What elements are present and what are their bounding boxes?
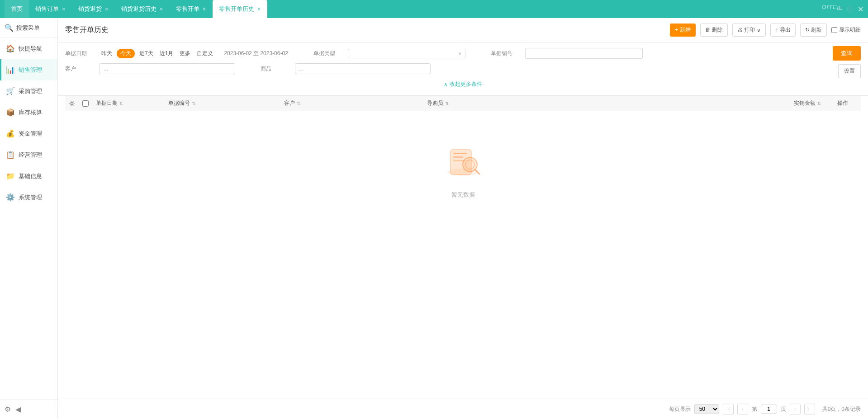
collapse-filter-button[interactable]: ∧ 收起更多条件 [65,79,861,90]
folder-icon: 📁 [6,172,15,180]
filter-row-2: 客户 ... 商品 ... [65,63,861,74]
customer-select[interactable]: ... [100,63,235,74]
customer-label: 客户 [65,65,92,73]
pagination-bar: 每页显示 50 10 20 100 《 ‹ 第 页 › 》 共0页，0条记录 [58,399,868,419]
display-detail-checkbox[interactable] [831,27,837,33]
date-shortcut-today[interactable]: 今天 [117,49,135,58]
query-button[interactable]: 查询 [833,46,861,61]
col-amount-sort-icon: ⇅ [817,101,821,106]
goods-select[interactable]: ... [295,63,431,74]
maximize-button[interactable]: □ [848,5,852,13]
main-layout: 🔍 搜索采单 🏠 快捷导航 📊 销售管理 🛒 采购管理 📦 库存核算 💰 资金管… [0,18,868,419]
tab-retail-open-history-close[interactable]: ✕ [257,6,261,12]
filter-row-1: 单据日期 昨天 今天 近7天 近1月 更多 自定义 2023-06-02 至 2… [65,48,861,59]
per-page-select[interactable]: 50 10 20 100 [694,404,719,414]
sidebar-item-purchase-label: 采购管理 [19,87,42,95]
refresh-button[interactable]: ↻ 刷新 [800,24,827,37]
sidebar-item-inventory[interactable]: 📦 库存核算 [0,102,57,123]
tab-retail-open-history[interactable]: 零售开单历史 ✕ [213,0,267,18]
header-checkbox[interactable] [82,100,89,107]
date-shortcut-1month[interactable]: 近1月 [158,49,175,58]
empty-state: 暂无数据 [65,111,861,226]
tab-sales-return-history[interactable]: 销货退货历史 ✕ [115,0,170,18]
window-controls: ─ □ ✕ [837,5,863,14]
tab-sales-return[interactable]: 销货退货 ✕ [72,0,115,18]
last-page-button[interactable]: 》 [804,404,815,414]
first-page-button[interactable]: 《 [723,404,734,414]
doc-no-input[interactable] [525,48,643,59]
tab-sales-order-close[interactable]: ✕ [62,6,66,12]
delete-button[interactable]: 🗑 删除 [700,24,728,37]
filter-section: 单据日期 昨天 今天 近7天 近1月 更多 自定义 2023-06-02 至 2… [58,42,868,96]
col-header-date[interactable]: 单据日期 ⇅ [92,99,165,107]
sidebar-item-operations-label: 经营管理 [19,151,42,159]
col-guide-label: 导购员 [427,99,443,107]
tab-sales-return-history-close[interactable]: ✕ [159,6,163,12]
col-customer-sort-icon: ⇅ [297,101,300,106]
date-shortcut-more[interactable]: 更多 [178,49,192,58]
minimize-button[interactable]: ─ [837,5,842,13]
select-all-checkbox[interactable] [79,100,92,107]
date-shortcuts: 昨天 今天 近7天 近1月 更多 自定义 [100,49,215,58]
sidebar-item-operations[interactable]: 📋 经营管理 [0,144,57,165]
date-shortcut-custom[interactable]: 自定义 [195,49,215,58]
export-button[interactable]: ↑ 导出 [770,24,795,37]
tab-retail-open-close[interactable]: ✕ [202,6,206,12]
col-header-guide[interactable]: 导购员 ⇅ [423,99,512,107]
tab-sales-return-close[interactable]: ✕ [104,6,109,12]
tab-home-label: 首页 [11,5,23,13]
settings-button[interactable]: 设置 [838,64,861,78]
tab-sales-return-label: 销货退货 [78,5,102,13]
settings-icon[interactable]: ⚙ [5,405,11,414]
content-area: 零售开单历史 + 新增 🗑 删除 🖨 打印 ∨ ↑ 导出 ↻ 刷新 显示明细 单… [58,18,868,419]
collapse-sidebar-icon[interactable]: ◀ [15,405,21,414]
sidebar-item-system[interactable]: ⚙️ 系统管理 [0,187,57,208]
display-detail-checkbox-label[interactable]: 显示明细 [831,26,861,34]
sidebar-search[interactable]: 🔍 搜索采单 [0,18,57,38]
sidebar-item-quick-nav[interactable]: 🏠 快捷导航 [0,38,57,59]
col-header-customer[interactable]: 客户 ⇅ [280,99,423,107]
doc-type-arrow-icon: ∨ [458,51,461,56]
col-header-amount[interactable]: 实销金额 ⇅ [736,99,825,107]
customer-dots: ... [104,66,231,72]
sidebar-item-purchase[interactable]: 🛒 采购管理 [0,80,57,102]
sidebar-search-label: 搜索采单 [16,24,40,32]
date-range-display: 2023-06-02 至 2023-06-02 [224,50,288,57]
tab-sales-order[interactable]: 销售订单 ✕ [29,0,72,18]
sidebar-item-sales[interactable]: 📊 销售管理 [0,59,57,80]
goods-dots: ... [299,66,427,72]
tab-sales-return-history-label: 销货退货历史 [121,5,157,13]
home-icon: 🏠 [6,44,15,53]
chart-icon: 📊 [6,66,15,74]
sidebar-item-basic-info-label: 基础信息 [19,172,42,180]
gear-icon: ⚙️ [6,193,15,202]
date-shortcut-7days[interactable]: 近7天 [138,49,155,58]
display-detail-label: 显示明细 [839,26,861,34]
tab-home[interactable]: 首页 [5,0,29,18]
col-order-no-sort-icon: ⇅ [192,101,195,106]
sidebar-item-basic-info[interactable]: 📁 基础信息 [0,165,57,187]
empty-icon [441,138,486,184]
col-header-order-no[interactable]: 单据编号 ⇅ [165,99,280,107]
tab-retail-open[interactable]: 零售开单 ✕ [170,0,213,18]
prev-page-button[interactable]: ‹ [737,404,748,414]
print-button[interactable]: 🖨 打印 ∨ [732,24,766,37]
date-shortcut-yesterday[interactable]: 昨天 [100,49,114,58]
svg-point-0 [71,102,73,104]
doc-type-select[interactable]: ∨ [348,49,465,58]
new-button[interactable]: + 新增 [670,24,695,37]
sidebar-item-quick-nav-label: 快捷导航 [19,45,42,53]
empty-text: 暂无数据 [451,191,475,199]
tab-retail-open-label: 零售开单 [176,5,199,13]
table-area: 单据日期 ⇅ 单据编号 ⇅ 客户 ⇅ 导购员 ⇅ 实销金额 [58,96,868,399]
header-actions: + 新增 🗑 删除 🖨 打印 ∨ ↑ 导出 ↻ 刷新 显示明细 [670,24,861,37]
page-number-input[interactable] [761,405,777,414]
close-button[interactable]: ✕ [858,5,863,14]
page-label-pre: 第 [752,405,757,413]
svg-rect-4 [453,156,463,158]
sidebar-item-finance[interactable]: 💰 资金管理 [0,123,57,144]
tab-bar: 首页 销售订单 ✕ 销货退货 ✕ 销货退货历史 ✕ 零售开单 ✕ 零售开单历史 … [5,0,837,18]
next-page-button[interactable]: › [790,404,801,414]
column-settings-icon[interactable] [65,100,79,107]
tab-sales-order-label: 销售订单 [35,5,59,13]
